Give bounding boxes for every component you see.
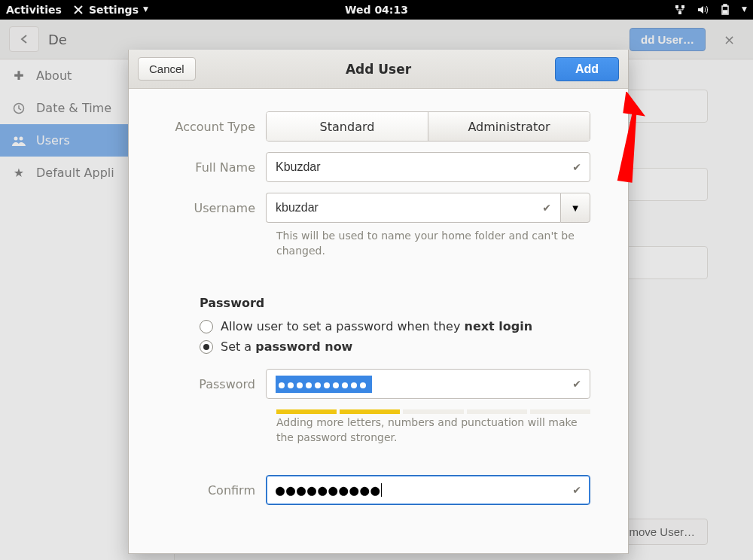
- password-strength-meter: [276, 409, 590, 414]
- check-icon: ✔: [542, 202, 551, 214]
- account-type-toggle[interactable]: Standard Administrator: [266, 111, 590, 142]
- username-dropdown-button[interactable]: ▼: [560, 193, 590, 223]
- account-type-label: Account Type: [166, 120, 266, 134]
- account-type-standard[interactable]: Standard: [267, 112, 428, 141]
- svg-rect-0: [675, 5, 678, 8]
- dialog-header: Cancel Add User Add: [129, 50, 628, 89]
- volume-icon[interactable]: [697, 4, 709, 16]
- svg-rect-1: [681, 5, 684, 8]
- app-menu-label: Settings: [89, 4, 139, 16]
- username-input[interactable]: [266, 193, 560, 223]
- chevron-down-icon: ▼: [572, 204, 578, 212]
- settings-icon: [72, 4, 84, 16]
- gnome-top-bar: Activities Settings ▼ Wed 04:13 ▼: [0, 0, 753, 20]
- check-icon: ✔: [572, 161, 581, 173]
- svg-rect-2: [678, 11, 681, 14]
- check-icon: ✔: [572, 378, 581, 390]
- full-name-label: Full Name: [166, 160, 266, 175]
- svg-rect-4: [724, 5, 727, 6]
- account-type-administrator[interactable]: Administrator: [428, 112, 590, 141]
- activities-button[interactable]: Activities: [6, 4, 62, 16]
- battery-icon[interactable]: [719, 4, 731, 16]
- app-menu[interactable]: Settings ▼: [72, 4, 148, 16]
- radio-allow-next-login[interactable]: Allow user to set a password when they n…: [200, 319, 590, 333]
- network-icon[interactable]: [674, 4, 686, 16]
- confirm-password-input[interactable]: ●●●●●●●●●●: [266, 475, 590, 505]
- password-hint: Adding more letters, numbers and punctua…: [276, 415, 590, 445]
- full-name-input[interactable]: [266, 152, 590, 182]
- username-hint: This will be used to name your home fold…: [276, 229, 590, 258]
- password-input[interactable]: [266, 369, 590, 399]
- chevron-down-icon: ▼: [143, 5, 148, 13]
- add-user-dialog: Cancel Add User Add Account Type Standar…: [128, 50, 629, 554]
- text-caret: [381, 483, 382, 497]
- add-button[interactable]: Add: [555, 57, 619, 81]
- svg-rect-5: [724, 11, 727, 14]
- confirm-label: Confirm: [166, 483, 266, 498]
- radio-icon: [200, 320, 213, 333]
- check-icon: ✔: [572, 484, 581, 496]
- radio-icon: [200, 340, 213, 354]
- password-section-title: Password: [200, 296, 590, 310]
- password-label: Password: [166, 377, 266, 391]
- username-label: Username: [166, 201, 266, 215]
- dialog-title: Add User: [346, 62, 411, 77]
- radio-set-password-now[interactable]: Set a password now: [200, 339, 590, 354]
- cancel-button[interactable]: Cancel: [138, 57, 196, 81]
- clock[interactable]: Wed 04:13: [345, 4, 408, 16]
- system-menu-chevron-icon[interactable]: ▼: [742, 5, 747, 13]
- settings-window: De dd User… × ✚ About Date & Time Users …: [0, 20, 753, 560]
